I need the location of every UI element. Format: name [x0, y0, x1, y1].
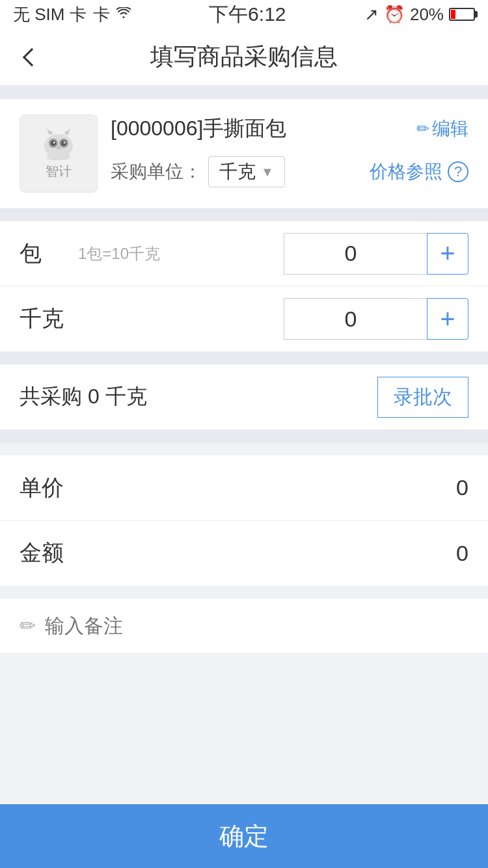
kg-plus-button[interactable]: + — [427, 298, 468, 340]
bag-plus-button[interactable]: + — [427, 233, 468, 275]
kg-quantity-input[interactable] — [284, 298, 427, 340]
page-title: 填写商品采购信息 — [150, 41, 338, 73]
kg-plus-icon: + — [440, 305, 455, 334]
edit-icon: ✏ — [416, 120, 429, 138]
unit-price-row: 单价 0 — [0, 455, 488, 521]
bag-input-row: 包 1包=10千克 + — [0, 221, 488, 286]
amount-label: 金额 — [20, 538, 64, 568]
product-name: [0000006]手撕面包 — [111, 115, 286, 143]
back-arrow-icon — [23, 47, 41, 66]
summary-section: 共采购 0 千克 录批次 — [0, 364, 488, 429]
unit-select[interactable]: 千克 ▼ — [208, 156, 285, 187]
sim-card-label: 卡 — [93, 3, 110, 26]
amount-value: 0 — [456, 541, 468, 566]
carrier-label: 无 SIM 卡 — [13, 3, 87, 26]
price-ref-label: 价格参照 — [370, 159, 442, 184]
confirm-button[interactable]: 确定 — [0, 804, 488, 868]
product-card: 智计 [0000006]手撕面包 ✏ 编辑 采购单位： 千克 ▼ 价格参照 ? — [0, 99, 488, 208]
bag-label: 包 — [20, 239, 72, 269]
mid-divider — [0, 208, 488, 221]
summary-value: 0 — [88, 385, 100, 408]
unit-label: 采购单位： 千克 ▼ — [111, 156, 285, 187]
remark-section: ✏ — [0, 599, 488, 653]
bag-plus-icon: + — [440, 239, 455, 268]
top-divider — [0, 86, 488, 99]
status-bar: 无 SIM 卡 卡 下午6:12 ↗ ⏰ 20% — [0, 0, 488, 29]
summary-text: 共采购 0 千克 — [20, 383, 147, 411]
product-info: [0000006]手撕面包 ✏ 编辑 采购单位： 千克 ▼ 价格参照 ? — [111, 115, 468, 187]
price-ref-button[interactable]: 价格参照 ? — [370, 159, 468, 184]
summary-top-divider — [0, 351, 488, 364]
wifi-icon — [116, 6, 131, 23]
alarm-icon: ⏰ — [384, 5, 405, 25]
kg-input-row: 千克 + — [0, 286, 488, 351]
battery-percent: 20% — [410, 5, 444, 25]
status-left: 无 SIM 卡 卡 — [13, 3, 131, 26]
edit-label: 编辑 — [432, 116, 468, 141]
unit-price-value: 0 — [456, 475, 468, 500]
svg-marker-7 — [47, 129, 53, 135]
unit-price-label: 单价 — [20, 473, 64, 503]
unit-prefix: 采购单位： — [111, 159, 202, 184]
pencil-icon: ✏ — [20, 614, 36, 637]
summary-bottom-divider — [0, 429, 488, 442]
status-time: 下午6:12 — [209, 1, 286, 28]
back-button[interactable] — [0, 29, 57, 86]
bag-quantity-input[interactable] — [284, 233, 427, 275]
remark-input[interactable] — [45, 615, 468, 637]
location-icon: ↗ — [364, 5, 379, 25]
logo-text: 智计 — [46, 163, 72, 180]
svg-marker-8 — [64, 129, 70, 135]
input-section: 包 1包=10千克 + 千克 + — [0, 221, 488, 351]
summary-unit: 千克 — [105, 385, 147, 408]
bag-sublabel: 1包=10千克 — [78, 243, 160, 264]
price-section: 单价 0 金额 0 — [0, 455, 488, 586]
status-right: ↗ ⏰ 20% — [364, 5, 475, 25]
batch-button[interactable]: 录批次 — [377, 377, 468, 418]
nav-bar: 填写商品采购信息 — [0, 29, 488, 86]
product-image: 智计 — [20, 115, 98, 193]
help-icon: ? — [448, 161, 468, 182]
svg-point-5 — [53, 141, 55, 143]
bag-input-controls: + — [284, 233, 468, 275]
unit-value: 千克 — [219, 159, 256, 184]
edit-button[interactable]: ✏ 编辑 — [416, 116, 468, 141]
dropdown-arrow-icon: ▼ — [261, 165, 274, 180]
amount-row: 金额 0 — [0, 521, 488, 586]
kg-input-controls: + — [284, 298, 468, 340]
svg-point-6 — [64, 141, 66, 143]
kg-label: 千克 — [20, 304, 72, 334]
battery-icon — [449, 8, 475, 21]
summary-prefix: 共采购 — [20, 385, 82, 408]
help-label: ? — [454, 163, 462, 180]
